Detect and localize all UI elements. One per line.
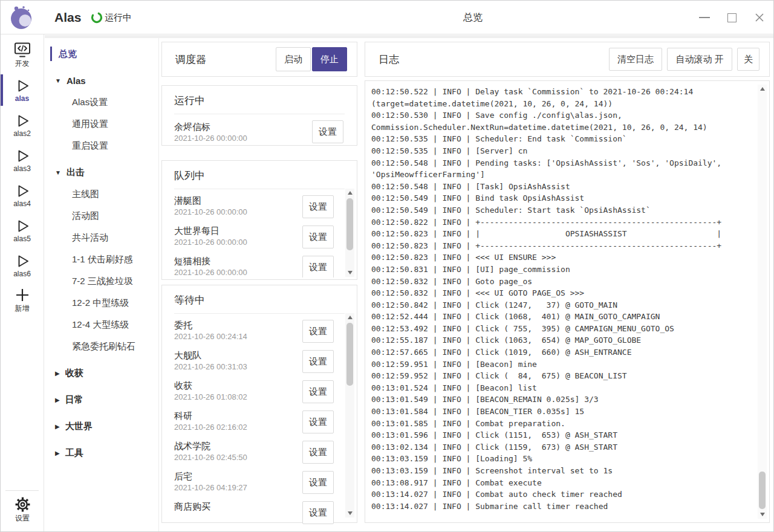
log-line: 00:13:14.027 | INFO | Submarine call tim… xyxy=(371,501,753,513)
play-icon xyxy=(15,183,30,199)
task-setting-button[interactable]: 设置 xyxy=(302,225,334,248)
task-row: 余烬信标 2021-10-26 00:00:00 设置 xyxy=(162,119,357,147)
log-line: 00:12:50.822 | INFO | +-----------------… xyxy=(371,216,753,229)
menu-item-raid[interactable]: 共斗活动 xyxy=(44,227,158,248)
rail-item-label: alas4 xyxy=(13,199,31,208)
task-setting-button[interactable]: 设置 xyxy=(302,501,334,524)
rail-item-alas2[interactable]: alas2 xyxy=(1,108,44,143)
log-line: 00:13:01.549 | INFO | [BEACON_REMAIN 0.0… xyxy=(371,394,753,406)
task-setting-button[interactable]: 设置 xyxy=(302,410,334,433)
rail-item-label: 设置 xyxy=(15,513,30,524)
menu-item-urgent-commission[interactable]: 紧急委托刷钻石 xyxy=(44,336,158,357)
menu-group-reward[interactable]: ▶收获 xyxy=(44,362,158,384)
menu-item-label: 重启设置 xyxy=(72,140,108,152)
log-content: 00:12:50.522 | INFO | Delay task `Commis… xyxy=(371,86,753,512)
rail-item-settings[interactable]: 设置 xyxy=(1,492,44,527)
minimize-button[interactable] xyxy=(694,8,715,27)
menu-group-alas[interactable]: ▼Alas xyxy=(44,70,158,91)
menu-group-opsi[interactable]: ▶大世界 xyxy=(44,415,158,437)
scroll-down-icon[interactable] xyxy=(345,509,354,517)
menu-item-label: 日常 xyxy=(65,394,83,406)
menu-group-daily[interactable]: ▶日常 xyxy=(44,389,158,410)
task-row: 后宅 2021-10-26 04:19:27 设置 xyxy=(162,469,357,499)
menu-group-sortie[interactable]: ▼出击 xyxy=(44,161,158,183)
menu-item-7-2[interactable]: 7-2 三战捡垃圾 xyxy=(44,270,158,292)
scroll-down-icon[interactable] xyxy=(345,268,354,277)
gear-icon xyxy=(15,496,31,513)
chevron-right-icon: ▶ xyxy=(55,397,60,403)
menu-item-12-4[interactable]: 12-4 大型练级 xyxy=(44,314,158,336)
autoscroll-on-button[interactable]: 自动滚动 开 xyxy=(667,48,732,71)
log-line: 00:12:50.832 | INFO | <<< UI GOTO PAGE_O… xyxy=(371,287,753,299)
close-button[interactable] xyxy=(749,8,770,27)
menu-item-restart-settings[interactable]: 重启设置 xyxy=(44,135,158,157)
scroll-up-icon[interactable] xyxy=(758,85,767,93)
scroll-up-icon[interactable] xyxy=(345,189,354,197)
scroll-up-icon[interactable] xyxy=(345,313,354,322)
log-line: 00:12:50.823 | INFO | +-----------------… xyxy=(371,240,753,252)
scrollbar-thumb[interactable] xyxy=(346,323,353,386)
task-setting-button[interactable]: 设置 xyxy=(302,320,334,343)
divider xyxy=(174,313,345,314)
menu-item-label: 共斗活动 xyxy=(72,232,108,244)
rail-item-alas5[interactable]: alas5 xyxy=(1,213,44,248)
scroll-down-icon[interactable] xyxy=(758,510,767,519)
rail-item-label: 新增 xyxy=(15,303,30,314)
menu-item-main-map[interactable]: 主线图 xyxy=(44,183,158,205)
log-line: 00:13:01.584 | INFO | [BEACON_TIER 0.035… xyxy=(371,406,753,418)
autoscroll-off-button[interactable]: 关 xyxy=(737,48,759,71)
active-indicator xyxy=(50,47,52,61)
menu-group-tools[interactable]: ▶工具 xyxy=(44,442,158,464)
rail-item-dev[interactable]: 开发 xyxy=(1,37,44,73)
log-line: 00:13:01.524 | INFO | [Beacon] list xyxy=(371,382,753,394)
menu-item-overview[interactable]: 总览 xyxy=(44,43,158,65)
active-indicator xyxy=(1,74,3,106)
topbar-shadow xyxy=(45,35,773,38)
task-setting-button[interactable]: 设置 xyxy=(302,441,334,464)
waiting-scrollbar[interactable] xyxy=(345,313,354,517)
scrollbar-thumb[interactable] xyxy=(346,198,353,250)
log-line: 00:13:14.027 | INFO | Combat auto check … xyxy=(371,488,753,501)
clear-log-button[interactable]: 清空日志 xyxy=(609,48,662,71)
waiting-title: 等待中 xyxy=(162,285,357,307)
queued-scrollbar[interactable] xyxy=(345,189,354,277)
task-setting-button[interactable]: 设置 xyxy=(302,471,334,494)
rail-item-alas3[interactable]: alas3 xyxy=(1,143,44,178)
task-row: 潜艇图 2021-10-26 00:00:00 设置 xyxy=(162,193,357,223)
log-line: 00:12:50.832 | INFO | Goto page_os xyxy=(371,276,753,288)
menu-item-general-settings[interactable]: 通用设置 xyxy=(44,113,158,135)
menu-item-label: 活动图 xyxy=(72,210,99,222)
rail-item-add[interactable]: 新增 xyxy=(1,283,44,318)
menu-item-alas-settings[interactable]: Alas设置 xyxy=(44,91,158,113)
menu-item-1-1[interactable]: 1-1 伏击刷好感 xyxy=(44,248,158,270)
menu-item-label: 出击 xyxy=(67,167,85,178)
menu-item-label: 收获 xyxy=(65,368,83,379)
task-row: 科研 2021-10-26 02:16:02 设置 xyxy=(162,408,357,438)
start-button[interactable]: 启动 xyxy=(276,47,311,71)
task-setting-button[interactable]: 设置 xyxy=(302,256,334,277)
menu-item-label: 1-1 伏击刷好感 xyxy=(72,254,133,265)
maximize-button[interactable] xyxy=(721,8,742,27)
chevron-right-icon: ▶ xyxy=(55,450,60,456)
log-line: 'OpsiMeowfficerFarming'] xyxy=(371,169,753,181)
task-setting-button[interactable]: 设置 xyxy=(302,350,334,373)
log-line: 00:13:01.585 | INFO | Combat preparation… xyxy=(371,418,753,430)
rail-item-alas[interactable]: alas xyxy=(1,73,44,108)
task-setting-button[interactable]: 设置 xyxy=(302,195,334,218)
task-setting-button[interactable]: 设置 xyxy=(312,120,343,143)
rail-item-label: alas5 xyxy=(13,235,31,243)
task-setting-button[interactable]: 设置 xyxy=(302,380,334,403)
log-title: 日志 xyxy=(379,53,609,66)
stop-button[interactable]: 停止 xyxy=(312,47,347,71)
rail-item-label: alas6 xyxy=(13,270,31,278)
log-scrollbar[interactable] xyxy=(758,85,767,519)
menu-item-12-2[interactable]: 12-2 中型练级 xyxy=(44,292,158,314)
menu-item-event-map[interactable]: 活动图 xyxy=(44,205,158,227)
rail-item-alas6[interactable]: alas6 xyxy=(1,248,44,283)
chevron-down-icon: ▼ xyxy=(55,169,61,176)
rail-item-alas4[interactable]: alas4 xyxy=(1,178,44,213)
close-icon xyxy=(755,13,764,22)
queued-panel: 队列中 潜艇图 2021-10-26 00:00:00 设置 大世界每日 202… xyxy=(161,160,357,280)
scrollbar-thumb[interactable] xyxy=(759,472,766,509)
log-line: 00:12:59.952 | INFO | Click ( 84, 675) @… xyxy=(371,370,753,382)
